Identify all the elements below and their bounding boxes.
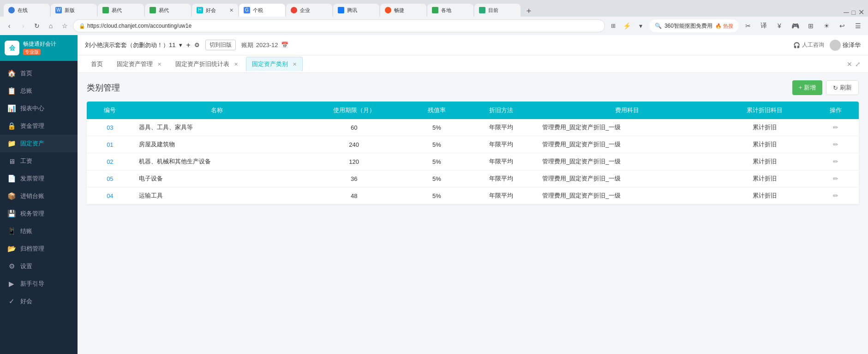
browser-tab-zaixin[interactable]: 在线 <box>4 4 50 17</box>
page-title: 类别管理 <box>87 82 120 93</box>
edit-icon-0[interactable]: ✏ <box>833 124 838 131</box>
home-btn[interactable]: ⌂ <box>45 20 56 31</box>
sidebar-label-invoice: 发票管理 <box>20 174 44 183</box>
td-expense-2: 管理费用_固定资产折旧_一级 <box>537 153 718 170</box>
account-add-icon[interactable]: + <box>186 41 190 49</box>
search-box[interactable]: 🔍 360智能抠图免费用 🔥 热搜 <box>649 19 739 32</box>
browser-tab-yidai1[interactable]: 易代 <box>98 4 144 17</box>
browser-tab-changjie[interactable]: 畅捷 <box>380 4 426 17</box>
sidebar-item-archive[interactable]: 📂 归档管理 <box>0 240 78 258</box>
tab-assets-depr[interactable]: 固定资产折旧统计表 ✕ <box>169 57 244 71</box>
back-btn[interactable]: ‹ <box>4 20 15 31</box>
lightning-btn[interactable]: ⚡ <box>622 20 633 31</box>
account-settings-icon[interactable]: ⚙ <box>194 42 200 48</box>
browser-tab-yidai2[interactable]: 易代 <box>145 4 191 17</box>
refresh-btn[interactable]: ↻ 刷新 <box>826 80 859 95</box>
th-expense: 费用科目 <box>537 102 718 119</box>
account-dropdown-icon[interactable]: ▾ <box>179 42 182 48</box>
sidebar-item-ledger[interactable]: 📋 总账 <box>0 82 78 100</box>
tab-nav-close-btn[interactable]: ✕ <box>847 60 852 68</box>
browser-tab-haohui[interactable]: H 好会 ✕ <box>192 4 238 17</box>
sidebar-item-funds[interactable]: 🔒 资金管理 <box>0 117 78 135</box>
site-info-btn[interactable]: ⊞ <box>608 20 619 31</box>
top-header: 刘小艳演示套套（勿删勿动！）11 ▾ + ⚙ 切到旧版 账期 2023-12 📅… <box>78 35 868 55</box>
td-code-0: 03 <box>87 119 133 136</box>
service-btn[interactable]: 🎧 人工咨询 <box>793 41 824 49</box>
calendar-icon[interactable]: 📅 <box>281 42 288 48</box>
tab-assets-mgmt[interactable]: 固定资产管理 ✕ <box>111 57 168 71</box>
game-btn[interactable]: 🎮 <box>789 19 802 32</box>
td-action-1[interactable]: ✏ <box>812 136 859 153</box>
td-method-3: 年限平均 <box>466 170 537 187</box>
close-btn[interactable]: ✕ <box>858 8 864 17</box>
sidebar-item-guide[interactable]: ▶ 新手引导 <box>0 275 78 293</box>
tab-close-assets-depr[interactable]: ✕ <box>234 61 238 67</box>
browser-tab-qiye[interactable]: 企业 <box>286 4 332 17</box>
tab-close-assets-category[interactable]: ✕ <box>293 61 297 67</box>
logo-badge: 专业版 <box>23 49 41 55</box>
tab-home[interactable]: 首页 <box>85 57 109 71</box>
sidebar-menu: 🏠 首页 📋 总账 📊 报表中心 🔒 资金管理 📁 固定资产 🖥 工资 <box>0 61 78 354</box>
td-accum-0: 累计折旧 <box>718 119 812 136</box>
edit-icon-4[interactable]: ✏ <box>833 192 838 199</box>
user-info[interactable]: 徐泽华 <box>830 40 861 51</box>
table-row: 02 机器、机械和其他生产设备 120 5% 年限平均 管理费用_固定资产折旧_… <box>87 153 859 170</box>
th-name: 名称 <box>133 102 301 119</box>
settings-icon: ⚙ <box>7 262 16 270</box>
star-btn[interactable]: ☆ <box>59 20 70 31</box>
edit-icon-3[interactable]: ✏ <box>833 175 838 182</box>
sidebar-item-invoice[interactable]: 📄 发票管理 <box>0 170 78 187</box>
td-name-4: 运输工具 <box>133 187 301 204</box>
browser-tab-xinban[interactable]: W 新版 <box>51 4 97 17</box>
dropdown-btn[interactable]: ▾ <box>635 20 647 31</box>
forward-btn[interactable]: › <box>18 20 29 31</box>
td-action-4[interactable]: ✏ <box>812 187 859 204</box>
sidebar-item-home[interactable]: 🏠 首页 <box>0 65 78 82</box>
invoice-icon: 📄 <box>7 174 16 183</box>
sun-btn[interactable]: ☀ <box>820 19 833 32</box>
search-text: 360智能抠图免费用 <box>664 22 712 30</box>
td-period-2: 120 <box>300 153 407 170</box>
sidebar-item-haohui[interactable]: ✓ 好会 <box>0 293 78 310</box>
undo-btn[interactable]: ↩ <box>836 19 849 32</box>
browser-tab-muqian[interactable]: 目前 <box>474 4 521 17</box>
tab-assets-category[interactable]: 固定资产类别 ✕ <box>246 57 303 71</box>
browser-tab-geshuiv[interactable]: G 个税 <box>239 4 285 17</box>
table-row: 04 运输工具 48 5% 年限平均 管理费用_固定资产折旧_一级 累计折旧 ✏ <box>87 187 859 204</box>
sidebar-item-reports[interactable]: 📊 报表中心 <box>0 100 78 117</box>
sidebar-item-settings[interactable]: ⚙ 设置 <box>0 258 78 275</box>
tab-nav-expand-btn[interactable]: ⤢ <box>855 60 861 68</box>
edit-icon-2[interactable]: ✏ <box>833 158 838 165</box>
grid-btn[interactable]: ⊞ <box>804 19 817 32</box>
add-btn[interactable]: + 新增 <box>792 80 822 95</box>
th-action: 操作 <box>812 102 859 119</box>
td-action-0[interactable]: ✏ <box>812 119 859 136</box>
switch-version-btn[interactable]: 切到旧版 <box>205 40 236 50</box>
address-text: https://cloud.chanjet.com/accounting/uw1… <box>87 23 192 29</box>
new-tab-btn[interactable]: + <box>523 6 534 17</box>
td-action-2[interactable]: ✏ <box>812 153 859 170</box>
tab-close-haohui[interactable]: ✕ <box>229 7 233 13</box>
sidebar-label-tax: 税务管理 <box>20 210 44 218</box>
period-info: 账期 2023-12 📅 <box>241 41 288 49</box>
translate-btn[interactable]: 译 <box>757 19 770 32</box>
browser-tab-tengxun[interactable]: 腾讯 <box>333 4 379 17</box>
address-input[interactable]: 🔒 https://cloud.chanjet.com/accounting/u… <box>73 19 605 32</box>
sidebar-item-checkout[interactable]: 📱 结账 <box>0 222 78 240</box>
menu-btn[interactable]: ☰ <box>851 19 864 32</box>
td-action-3[interactable]: ✏ <box>812 170 859 187</box>
sidebar-item-tax[interactable]: 💾 税务管理 <box>0 205 78 222</box>
edit-icon-1[interactable]: ✏ <box>833 141 838 148</box>
sidebar-item-salary[interactable]: 🖥 工资 <box>0 152 78 170</box>
maximize-btn[interactable]: □ <box>852 9 856 16</box>
td-method-0: 年限平均 <box>466 119 537 136</box>
browser-tab-gedi[interactable]: 各地 <box>427 4 473 17</box>
wallet-btn[interactable]: ¥ <box>773 19 786 32</box>
sidebar-item-fixed-assets[interactable]: 📁 固定资产 <box>0 135 78 152</box>
tab-close-assets-mgmt[interactable]: ✕ <box>157 61 162 67</box>
reload-btn[interactable]: ↻ <box>31 20 42 31</box>
sidebar-item-purchase[interactable]: 📦 进销台账 <box>0 187 78 205</box>
td-residual-1: 5% <box>407 136 466 153</box>
scissors-btn[interactable]: ✂ <box>742 19 754 32</box>
minimize-btn[interactable]: ─ <box>844 8 849 17</box>
